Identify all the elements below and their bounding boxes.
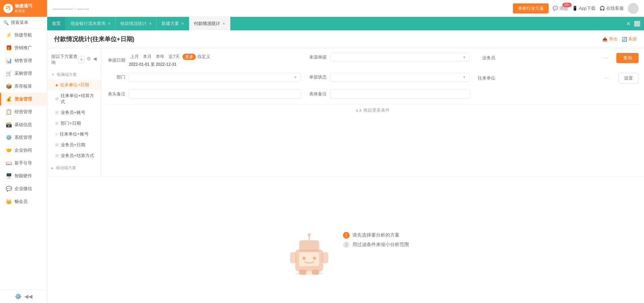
- inventory-icon: 📦: [6, 83, 12, 89]
- bill-status-select[interactable]: ▼: [330, 73, 470, 82]
- refresh-button[interactable]: 🔄 刷新: [622, 36, 637, 42]
- sidebar-item-label: 资金管理: [14, 96, 32, 102]
- filter-row-2: 部门 ▼ 单据状态 ▼ 往来单位: [107, 73, 639, 84]
- staff-more-btn[interactable]: ···: [603, 55, 609, 61]
- bill-date-label: 单据日期: [107, 57, 125, 63]
- scheme-item-staff-account[interactable]: ⊞ 业务员+账号: [47, 107, 101, 118]
- collapse-sidebar-icon[interactable]: ◀◀: [24, 293, 32, 300]
- logo: 巧 畅捷通巧 标准版: [0, 0, 47, 17]
- system-icon: ⚙️: [6, 134, 12, 141]
- online-service-label: 在线客服: [606, 5, 624, 11]
- date-btn-this-year[interactable]: 本年: [154, 53, 166, 60]
- collapse-bar[interactable]: ∧∧ 收起更多条件: [107, 104, 639, 116]
- date-btn-last-month[interactable]: 上月: [129, 53, 140, 60]
- app-download-action[interactable]: 📱 App下载: [572, 5, 595, 11]
- source-bill-select[interactable]: ▼: [330, 53, 470, 62]
- tab-bank-close[interactable]: ✕: [108, 22, 111, 26]
- dept-arrow: ▼: [294, 75, 297, 79]
- mobile-section-toggle[interactable]: ▶ 移动端方案: [47, 163, 101, 173]
- wechat-icon: 💬: [6, 186, 12, 192]
- scheme-item-staff-date[interactable]: ⊞ 业务员+日期: [47, 140, 101, 150]
- topbar: ▬▬▬▬▬ › ▬▬▬ 体验行业方案 💬 消息 99+ 📱 App下载 🎧 在线…: [47, 0, 644, 17]
- table-head-note-field: 表头备注: [107, 89, 301, 99]
- tab-bank[interactable]: 现金银行流水查询 ✕: [66, 17, 116, 30]
- sidebar-item-label: 采购管理: [14, 70, 32, 77]
- svg-point-3: [302, 256, 305, 260]
- step-num-2: 2: [343, 241, 350, 248]
- table-body-note-input[interactable]: [330, 89, 470, 99]
- sidebar-item-sales[interactable]: 📊 销售管理: [0, 54, 47, 67]
- settings-button[interactable]: 设置: [618, 73, 639, 84]
- date-btn-7days[interactable]: 近7天: [167, 53, 181, 60]
- settings-icon[interactable]: ⚙️: [15, 293, 22, 300]
- dept-select[interactable]: ▼: [129, 73, 301, 82]
- breadcrumb-placeholder: ▬▬▬▬▬: [53, 6, 73, 11]
- message-badge: 99+: [562, 3, 572, 7]
- sidebar: 巧 畅捷通巧 标准版 🔍 搜索菜单 ⚡ 快捷导航 🎁 营销推广 📊 销售管理 🛒…: [0, 0, 47, 303]
- scheme-item-partner-date[interactable]: ● 往来单位+日期: [47, 80, 101, 90]
- sidebar-item-purchase[interactable]: 🛒 采购管理: [0, 67, 47, 80]
- date-custom-label[interactable]: 自定义: [197, 54, 210, 60]
- sidebar-item-system[interactable]: ⚙️ 系统管理: [0, 131, 47, 144]
- sidebar-item-finance[interactable]: 💰 资金管理: [0, 93, 47, 105]
- scheme-item-label: 业务员+日期: [61, 142, 85, 148]
- tab-new-scheme-label: 新建方案: [162, 21, 179, 27]
- staff-label: 业务员: [476, 55, 495, 61]
- sidebar-item-hardware[interactable]: 🖥️ 智能硬件: [0, 170, 47, 182]
- sidebar-item-label: 企业协同: [14, 147, 32, 153]
- search-menu[interactable]: 🔍 搜索菜单: [0, 17, 47, 29]
- message-icon: 💬: [553, 6, 558, 11]
- page-header: 付款情况统计(往来单位+日期) 📤 导出 🔄 刷新: [47, 30, 644, 48]
- sidebar-menu: ⚡ 快捷导航 🎁 营销推广 📊 销售管理 🛒 采购管理 📦 库存核算 💰 资金管…: [0, 29, 47, 290]
- online-service-action[interactable]: 🎧 在线客服: [599, 5, 624, 11]
- date-btn-more[interactable]: 更多: [182, 54, 196, 60]
- sidebar-item-management[interactable]: 📋 经营管理: [0, 105, 47, 118]
- sidebar-item-guide[interactable]: 📖 新手引导: [0, 157, 47, 170]
- table-head-note-input[interactable]: [129, 89, 301, 99]
- sidebar-item-member[interactable]: 👑 畅会员: [0, 195, 47, 208]
- tab-new-scheme[interactable]: 新建方案 ✕: [157, 17, 189, 30]
- user-avatar[interactable]: [628, 3, 639, 14]
- bill-status-arrow: ▼: [462, 75, 466, 79]
- headset-icon: 🎧: [599, 6, 605, 11]
- sidebar-item-enterprise[interactable]: 🤝 企业协同: [0, 144, 47, 157]
- date-btn-this-month[interactable]: 本月: [142, 53, 153, 60]
- query-button[interactable]: 查询: [616, 53, 639, 63]
- svg-rect-11: [312, 270, 319, 274]
- add-scheme-icon[interactable]: +: [78, 56, 85, 63]
- message-action[interactable]: 💬 消息 99+: [553, 5, 568, 11]
- tab-home[interactable]: 首页: [47, 17, 66, 30]
- sidebar-item-basic[interactable]: 🗃️ 基础信息: [0, 118, 47, 131]
- partner-more-btn[interactable]: ···: [605, 75, 611, 81]
- scheme-item-staff-settle[interactable]: ⊞ 业务员+结算方式: [47, 150, 101, 161]
- scheme-active-icon: ●: [55, 82, 58, 88]
- sidebar-item-wechat[interactable]: 💬 企业微信: [0, 182, 47, 195]
- trial-button[interactable]: 体验行业方案: [513, 3, 549, 13]
- scheme-item-partner-settle[interactable]: ⊞ 往来单位+结算方式: [47, 90, 101, 107]
- sidebar-item-marketing[interactable]: 🎁 营销推广: [0, 41, 47, 54]
- scheme-collapse-icon[interactable]: ◀: [93, 56, 97, 63]
- tab-pay-stat[interactable]: 付款情况统计 ✕: [189, 17, 230, 30]
- tab-receive-close[interactable]: ✕: [149, 22, 152, 26]
- filter-row-1: 单据日期 上月 本月 本年 近7天 更多 自定义 2022-01-01 至 20…: [107, 53, 639, 67]
- scheme-settings-icon[interactable]: ⚙: [87, 56, 91, 63]
- tab-receive[interactable]: 收款情况统计 ✕: [116, 17, 157, 30]
- tab-pay-stat-close[interactable]: ✕: [222, 22, 225, 26]
- tab-expand-icon[interactable]: ⬜: [634, 21, 641, 27]
- main-area: ▬▬▬▬▬ › ▬▬▬ 体验行业方案 💬 消息 99+ 📱 App下载 🎧 在线…: [47, 0, 644, 303]
- tab-close-all-icon[interactable]: ✕: [626, 21, 631, 27]
- sidebar-item-label: 经营管理: [14, 109, 32, 115]
- desktop-section-toggle[interactable]: ▼ 电脑端方案: [47, 70, 101, 80]
- dept-field: 部门 ▼: [107, 73, 301, 82]
- sidebar-item-inventory[interactable]: 📦 库存核算: [0, 80, 47, 93]
- tab-new-scheme-close[interactable]: ✕: [181, 22, 184, 26]
- download-icon: 📱: [572, 6, 578, 11]
- desktop-section-arrow: ▼: [51, 73, 55, 77]
- scheme-item-dept-date[interactable]: ⊞ 部门+日期: [47, 118, 101, 129]
- scheme-item-label: 部门+日期: [61, 120, 81, 126]
- sidebar-item-quicknav[interactable]: ⚡ 快捷导航: [0, 29, 47, 41]
- scheme-item-partner-account[interactable]: ≡ 往来单位+账号: [47, 129, 101, 140]
- scheme-grid-icon5: ⊞: [55, 153, 59, 158]
- date-buttons: 上月 本月 本年 近7天 更多 自定义: [129, 53, 301, 60]
- export-button[interactable]: 📤 导出: [602, 36, 618, 42]
